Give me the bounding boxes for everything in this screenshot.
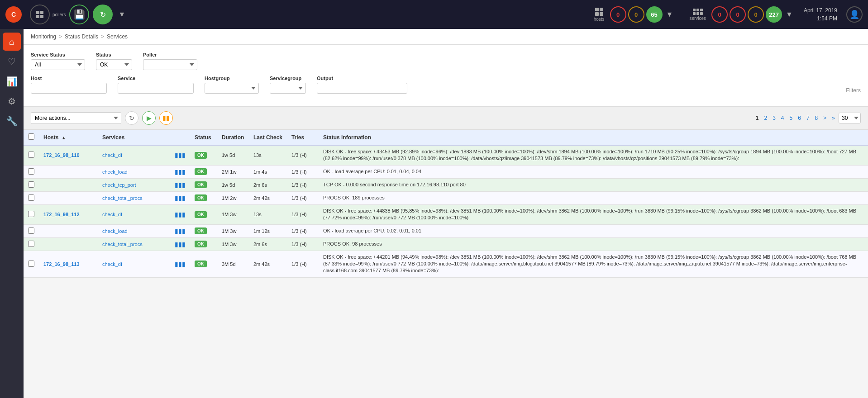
sidebar-item-tools[interactable]: 🔧 [3, 112, 21, 130]
page-4[interactable]: 4 [779, 114, 786, 122]
service-status-select[interactable]: All [31, 59, 85, 70]
app-logo[interactable]: C [5, 6, 22, 23]
hosts-dropdown-btn[interactable]: ▼ [664, 9, 675, 20]
cell-chart[interactable]: ▮▮▮ [170, 191, 190, 204]
more-actions-select[interactable]: More actions... [31, 112, 121, 124]
chart-icon[interactable]: ▮▮▮ [175, 152, 186, 159]
status-select[interactable]: OK [96, 59, 132, 70]
chart-icon[interactable]: ▮▮▮ [175, 181, 186, 189]
sidebar-item-charts[interactable]: 📊 [3, 72, 21, 90]
row-checkbox[interactable] [28, 241, 34, 247]
sidebar-item-home[interactable]: ⌂ [3, 33, 21, 51]
sidebar-item-settings[interactable]: ⚙ [3, 92, 21, 110]
th-duration: Duration [217, 130, 249, 145]
services-counter-red1[interactable]: 0 [711, 6, 728, 23]
select-all-checkbox[interactable] [28, 133, 34, 140]
status-badge: OK [195, 168, 207, 175]
db-icon-btn[interactable]: 💾 [69, 5, 89, 24]
cell-chart[interactable]: ▮▮▮ [170, 178, 190, 191]
hosts-counter-green[interactable]: 65 [646, 6, 663, 23]
chart-icon[interactable]: ▮▮▮ [175, 211, 186, 218]
pause-btn[interactable]: ▮▮ [159, 111, 173, 125]
page-1[interactable]: 1 [754, 114, 761, 122]
cell-info: DISK OK - free space: / 43453 MB (92.89%… [319, 145, 868, 165]
th-chart [170, 130, 190, 145]
row-checkbox[interactable] [28, 261, 34, 267]
servicegroup-select[interactable] [270, 83, 306, 94]
cell-info: DISK OK - free space: / 44838 MB (95.85%… [319, 204, 868, 224]
cell-chart[interactable]: ▮▮▮ [170, 204, 190, 224]
cell-status: OK [190, 251, 217, 277]
breadcrumb-status-details[interactable]: Status Details [65, 33, 98, 40]
refresh-icon-btn[interactable]: ↻ [93, 5, 113, 24]
cell-service[interactable]: check_total_procs [98, 191, 170, 204]
services-counter-green[interactable]: 227 [766, 6, 782, 23]
cell-service[interactable]: check_df [98, 204, 170, 224]
play-btn[interactable]: ▶ [142, 111, 156, 125]
cell-chart[interactable]: ▮▮▮ [170, 251, 190, 277]
page-2[interactable]: 2 [762, 114, 769, 122]
page-7[interactable]: 7 [805, 114, 811, 122]
hosts-counter-olive[interactable]: 0 [628, 6, 644, 23]
page-8[interactable]: 8 [813, 114, 820, 122]
nav-dropdown-btn[interactable]: ▼ [116, 9, 127, 20]
main-content: Monitoring > Status Details > Services S… [24, 29, 868, 398]
cell-tries: 1/3 (H) [287, 165, 319, 178]
cell-lastcheck: 1m 4s [249, 165, 287, 178]
page-size-select[interactable]: 30 50 100 [839, 113, 861, 123]
cell-service[interactable]: check_df [98, 251, 170, 277]
cell-service[interactable]: check_tcp_port [98, 178, 170, 191]
pagination: 1 2 3 4 5 6 7 8 > » 30 50 100 [754, 113, 861, 123]
row-checkbox[interactable] [28, 227, 34, 234]
status-badge: OK [195, 194, 207, 201]
services-counter-olive[interactable]: 0 [748, 6, 764, 23]
page-next[interactable]: > [821, 114, 828, 122]
chart-icon[interactable]: ▮▮▮ [175, 194, 186, 202]
pollers-icon[interactable] [30, 5, 50, 24]
cell-service[interactable]: check_total_procs [98, 237, 170, 251]
page-6[interactable]: 6 [796, 114, 803, 122]
cell-service[interactable]: check_load [98, 165, 170, 178]
sidebar-item-monitoring[interactable]: ♡ [3, 52, 21, 71]
host-input[interactable] [31, 83, 107, 94]
row-checkbox[interactable] [28, 168, 34, 175]
cell-lastcheck: 1m 12s [249, 224, 287, 237]
hostgroup-select[interactable] [205, 83, 259, 94]
row-checkbox[interactable] [28, 152, 34, 158]
cell-chart[interactable]: ▮▮▮ [170, 165, 190, 178]
chart-icon[interactable]: ▮▮▮ [175, 168, 186, 175]
cell-duration: 1w 5d [217, 145, 249, 165]
cell-service[interactable]: check_load [98, 224, 170, 237]
chart-icon[interactable]: ▮▮▮ [175, 241, 186, 248]
chart-icon[interactable]: ▮▮▮ [175, 261, 186, 268]
page-5[interactable]: 5 [788, 114, 795, 122]
refresh-btn[interactable]: ↻ [125, 111, 138, 125]
table-row: check_total_procs ▮▮▮ OK 1M 2w 2m 42s 1/… [24, 191, 868, 204]
cell-chart[interactable]: ▮▮▮ [170, 224, 190, 237]
user-profile-icon[interactable]: 👤 [846, 6, 863, 23]
row-checkbox[interactable] [28, 211, 34, 217]
poller-select[interactable] [143, 59, 197, 70]
cell-host: 172_16_98_112 [39, 204, 98, 224]
cell-host: 172_16_98_110 [39, 145, 98, 165]
service-input[interactable] [118, 83, 194, 94]
hosts-counter-red[interactable]: 0 [610, 6, 626, 23]
filters-link[interactable]: Filters [846, 87, 861, 94]
cell-service[interactable]: check_df [98, 145, 170, 165]
services-counter-red2[interactable]: 0 [730, 6, 746, 23]
row-checkbox[interactable] [28, 194, 34, 201]
chart-icon[interactable]: ▮▮▮ [175, 227, 186, 235]
page-last[interactable]: » [830, 114, 837, 122]
row-checkbox[interactable] [28, 181, 34, 188]
cell-tries: 1/3 (H) [287, 191, 319, 204]
cell-info: OK - load average per CPU: 0.02, 0.01, 0… [319, 224, 868, 237]
services-dropdown-btn[interactable]: ▼ [784, 9, 795, 20]
output-input[interactable] [317, 83, 407, 94]
breadcrumb: Monitoring > Status Details > Services [24, 29, 868, 45]
page-3[interactable]: 3 [771, 114, 777, 122]
cell-chart[interactable]: ▮▮▮ [170, 237, 190, 251]
hosts-sort-icon[interactable]: ▲ [62, 135, 66, 140]
table-row: check_total_procs ▮▮▮ OK 1M 3w 2m 6s 1/3… [24, 237, 868, 251]
cell-chart[interactable]: ▮▮▮ [170, 145, 190, 165]
breadcrumb-monitoring[interactable]: Monitoring [31, 33, 56, 40]
